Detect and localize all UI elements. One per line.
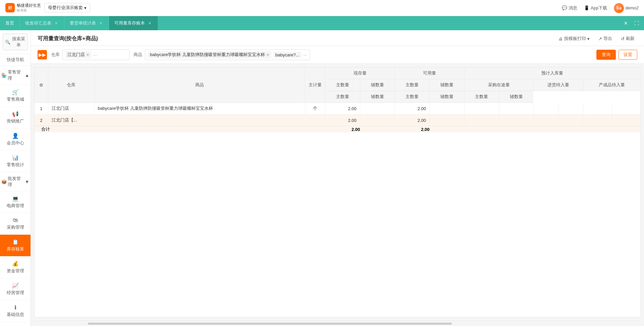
order-label: 要货单统计表 xyxy=(70,20,96,26)
close-all-btn[interactable]: ✕ xyxy=(621,18,631,28)
page-actions: 🖨 按模板打印 ▾ ↗ 导出 ↺ 刷新 xyxy=(556,34,637,43)
filter-expand-btn[interactable]: ▶▶ xyxy=(38,50,47,59)
industry-select[interactable]: 母婴行业演示账套 ▾ xyxy=(44,3,90,12)
message-btn[interactable]: 💬 消息 xyxy=(562,5,577,11)
th-stock-main: 主数量 xyxy=(325,79,360,91)
tab-home[interactable]: 首页 xyxy=(0,16,20,30)
th-available: 可用量 xyxy=(395,67,464,79)
subtotal-incoming-main xyxy=(533,114,558,126)
product-more-icon[interactable]: ··· xyxy=(304,52,307,57)
basic-icon: ℹ xyxy=(14,304,16,311)
td-stock-aux xyxy=(360,103,395,114)
available-label: 可用量库存账本 xyxy=(114,20,145,26)
horizontal-scrollbar[interactable] xyxy=(88,323,452,325)
subtotal-incoming-aux xyxy=(558,114,583,126)
product-tag-2: babycare?... xyxy=(273,52,302,58)
total-p4 xyxy=(558,126,583,133)
subtotal-purchase-main xyxy=(464,114,499,126)
sidebar-item-finance[interactable]: 💰 资金管理 xyxy=(0,257,31,278)
th-avail-main: 主数量 xyxy=(395,79,430,91)
top-bar-right: 💬 消息 📱 App下载 Ea demo2 xyxy=(562,3,639,13)
filter-bar: ▶▶ 仓库 江北门店 ✕ ··· 商品 babycare学饮杯 儿童防摔防撞吸管… xyxy=(31,46,644,64)
table-header-row-1: ⚙ 仓库 商品 主计量 现存量 可用量 预计入库量 xyxy=(35,67,640,79)
tab-available[interactable]: 可用量库存账本 ✕ xyxy=(109,16,158,30)
close-available-icon[interactable]: ✕ xyxy=(147,20,152,26)
export-btn[interactable]: ↗ 导出 xyxy=(596,34,615,43)
sidebar-nav-btn[interactable]: 快捷导航 xyxy=(0,54,31,66)
tab-order[interactable]: 要货单统计表 ✕ xyxy=(64,16,109,30)
product-filter-group: 商品 babycare学饮杯 儿童防摔防撞吸管杯重力球吸嘴杯宝宝水杯 ✕ bab… xyxy=(133,49,310,60)
batch-arrow-icon: ▼ xyxy=(25,179,29,184)
th-incoming-main: 主数量 xyxy=(395,91,430,103)
sidebar-item-purchase[interactable]: 🛍 采购管理 xyxy=(0,213,31,235)
sidebar-item-marketing[interactable]: 📢 营销推广 xyxy=(0,107,31,129)
sidebar-item-ecommerce[interactable]: 💻 电商管理 xyxy=(0,191,31,213)
total-p6 xyxy=(612,126,640,133)
warehouse-input[interactable]: 江北门店 ✕ ··· xyxy=(62,49,129,60)
th-purchase-transit-aux: 辅数量 xyxy=(360,91,395,103)
chevron-down-icon: ▾ xyxy=(84,5,87,10)
sidebar-item-retail-mgmt[interactable]: 🏪 零售管理 ▲ xyxy=(0,66,31,85)
table-container[interactable]: ⚙ 仓库 商品 主计量 现存量 可用量 预计入库量 主数量 辅数量 主数量 辅数… xyxy=(34,67,641,317)
td-incoming-aux xyxy=(558,103,583,114)
retail-mall-icon: 🛒 xyxy=(12,89,19,95)
th-stock: 现存量 xyxy=(325,67,395,79)
export-icon: ↗ xyxy=(598,36,602,41)
td-warehouse: 江北门店 xyxy=(48,103,94,114)
td-purchase-main xyxy=(464,103,499,114)
sidebar-item-member[interactable]: 👤 会员中心 xyxy=(0,129,31,150)
page-title: 可用量查询(按仓库+商品) xyxy=(38,35,98,42)
total-stock-main: 2.00 xyxy=(325,126,360,133)
refresh-icon: ↺ xyxy=(621,36,625,41)
td-unit: 个 xyxy=(305,103,325,114)
product-tag-1-close[interactable]: ✕ xyxy=(266,53,269,57)
query-btn[interactable]: 查询 xyxy=(596,50,616,60)
tab-receive[interactable]: 收发存汇总表 ✕ xyxy=(20,16,64,30)
app-download-btn[interactable]: 📱 App下载 xyxy=(584,5,607,11)
sidebar-item-retail-mall[interactable]: 🛒 零售商城 xyxy=(0,85,31,107)
subtotal-purchase-aux xyxy=(499,114,534,126)
logo-area: 好 畅捷通好生意 标准版 xyxy=(5,3,41,12)
setting-btn[interactable]: 设置 xyxy=(619,50,637,60)
warehouse-more-icon[interactable]: ··· xyxy=(93,52,97,57)
total-avail-aux xyxy=(429,126,464,133)
download-icon: 📱 xyxy=(584,5,589,10)
page-header: 可用量查询(按仓库+商品) 🖨 按模板打印 ▾ ↗ 导出 ↺ 刷新 xyxy=(31,30,644,46)
th-unit: 主计量 xyxy=(305,67,325,103)
total-stock-aux xyxy=(360,126,395,133)
sidebar-item-retail-stats[interactable]: 📊 零售统计 xyxy=(0,150,31,172)
product-input[interactable]: babycare学饮杯 儿童防摔防撞吸管杯重力球吸嘴杯宝宝水杯 ✕ babyca… xyxy=(145,49,310,60)
td-avail-aux xyxy=(429,103,464,114)
print-btn[interactable]: 🖨 按模板打印 ▾ xyxy=(556,34,592,43)
close-receive-icon[interactable]: ✕ xyxy=(53,20,59,26)
ecommerce-icon: 💻 xyxy=(12,195,19,202)
th-product-pending-aux: 辅数量 xyxy=(499,91,534,103)
sidebar-item-system[interactable]: ⚙ 系统管理 xyxy=(0,322,31,326)
fullscreen-btn[interactable]: ⛶ xyxy=(632,18,641,28)
td-incoming-main xyxy=(533,103,558,114)
nav-tabs-right: ✕ ⛶ xyxy=(621,16,644,30)
purchase-icon: 🛍 xyxy=(13,217,18,223)
sidebar-search-area: 🔍 搜索菜单 xyxy=(0,30,31,54)
td-num: 1 xyxy=(35,103,48,114)
th-warehouse: 仓库 xyxy=(48,67,94,103)
th-incoming-aux: 辅数量 xyxy=(429,91,464,103)
close-order-icon[interactable]: ✕ xyxy=(98,20,103,26)
user-area[interactable]: Ea demo2 xyxy=(614,3,639,13)
total-p3 xyxy=(533,126,558,133)
marketing-icon: 📢 xyxy=(12,111,19,117)
warehouse-tag-close[interactable]: ✕ xyxy=(86,53,89,57)
batch-icon: 📦 xyxy=(1,179,7,184)
td-purchase-aux xyxy=(499,103,534,114)
sidebar-item-inventory[interactable]: 📋 库存核算 xyxy=(0,235,31,257)
inventory-table: ⚙ 仓库 商品 主计量 现存量 可用量 预计入库量 主数量 辅数量 主数量 辅数… xyxy=(35,67,640,132)
th-settings[interactable]: ⚙ xyxy=(35,67,48,103)
search-menu-btn[interactable]: 🔍 搜索菜单 xyxy=(3,34,28,50)
receive-label: 收发存汇总表 xyxy=(25,20,51,26)
sidebar-item-batch-mgmt[interactable]: 📦 批发管理 ▼ xyxy=(0,172,31,191)
sidebar-item-operations[interactable]: 📈 经营管理 xyxy=(0,278,31,300)
print-icon: 🖨 xyxy=(558,36,563,41)
refresh-btn[interactable]: ↺ 刷新 xyxy=(618,34,637,43)
th-stock-aux: 辅数量 xyxy=(360,79,395,91)
sidebar-item-basic[interactable]: ℹ 基础信息 xyxy=(0,300,31,322)
